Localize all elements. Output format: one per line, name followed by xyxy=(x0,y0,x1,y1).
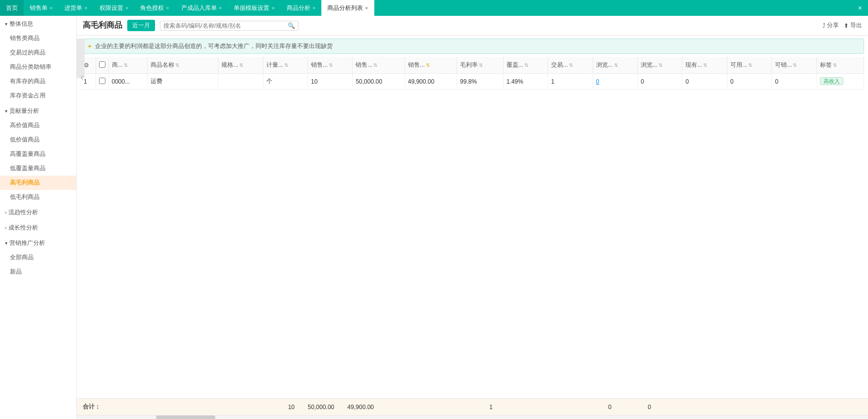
cell-sale-profit: 49,900.00 xyxy=(405,74,457,90)
arrow-icon-contribution: ▾ xyxy=(5,108,7,114)
sidebar-item-stock-capital[interactable]: 库存资金占用 xyxy=(0,89,76,103)
cell-coverage: 1.49% xyxy=(503,74,548,90)
nav-close-permissions[interactable]: × xyxy=(125,5,128,11)
nav-close-sales[interactable]: × xyxy=(50,5,52,11)
cell-code: 0000... xyxy=(108,74,148,90)
tag-badge: 高收入 xyxy=(820,77,843,85)
sidebar-item-high-value[interactable]: 高价值商品 xyxy=(0,118,76,133)
horizontal-scrollbar[interactable] xyxy=(77,415,868,419)
nav-close-warehouse[interactable]: × xyxy=(219,5,222,11)
arrow-icon-trend: › xyxy=(5,210,6,215)
tip-text: 企业的主要的利润都是这部分商品创造的，可考虑加大推广，同时关注库存量不要出现缺货 xyxy=(95,42,333,50)
sidebar-item-category-rate[interactable]: 商品分类助销率 xyxy=(0,60,76,74)
nav-item-analysis-list[interactable]: 商品分析列表 × xyxy=(321,0,374,16)
sidebar-item-high-coverage[interactable]: 高覆盖量商品 xyxy=(0,147,76,161)
col-sale-profit[interactable]: 销售...⇅ xyxy=(405,57,457,74)
col-saleable[interactable]: 可销...⇅ xyxy=(772,57,817,74)
sidebar-item-sale-goods[interactable]: 销售类商品 xyxy=(0,31,76,46)
nav-item-roles[interactable]: 角色授权 × xyxy=(134,0,175,16)
col-sale-amount[interactable]: 销售...⇅ xyxy=(353,57,405,74)
cell-gross-margin: 99.8% xyxy=(457,74,504,90)
main-layout: ▾ 整体信息 销售类商品 交易过的商品 商品分类助销率 有库存的商品 库存资金占… xyxy=(0,16,868,419)
arrow-icon: ▾ xyxy=(5,21,7,27)
footer-margin xyxy=(378,404,417,411)
cell-transaction: 1 xyxy=(548,74,593,90)
cell-sale-qty: 10 xyxy=(307,74,352,90)
table-wrapper[interactable]: ⚙ 商...⇅ 商品名称⇅ 规格...⇅ 计量...⇅ 销售...⇅ 销售...… xyxy=(77,57,868,398)
nav-close-analysis-list[interactable]: × xyxy=(365,5,368,11)
window-close-button[interactable]: × xyxy=(858,4,862,12)
col-view1[interactable]: 浏览...⇅ xyxy=(593,57,637,74)
content-header: 高毛利商品 近一月 🔍 ⤴ 分享 ⬆ 导出 xyxy=(77,16,868,36)
row-checkbox[interactable] xyxy=(99,78,105,84)
nav-item-template[interactable]: 单据模板设置 × xyxy=(228,0,280,16)
sidebar-item-in-stock[interactable]: 有库存的商品 xyxy=(0,74,76,89)
nav-close-template[interactable]: × xyxy=(271,5,274,11)
col-coverage[interactable]: 覆盖...⇅ xyxy=(503,57,548,74)
col-spec[interactable]: 规格...⇅ xyxy=(218,57,263,74)
export-button[interactable]: ⬆ 导出 xyxy=(844,21,862,30)
filter-recent-month-button[interactable]: 近一月 xyxy=(127,20,155,31)
footer-label: 合计： xyxy=(83,403,101,411)
sidebar-collapse-button[interactable]: 《 xyxy=(77,39,85,78)
cell-spec xyxy=(218,74,263,90)
tip-bar: ✦ 企业的主要的利润都是这部分商品创造的，可考虑加大推广，同时关注库存量不要出现… xyxy=(81,39,864,54)
sidebar-item-low-coverage[interactable]: 低覆盖量商品 xyxy=(0,161,76,176)
scrollbar-thumb[interactable] xyxy=(156,416,215,419)
nav-item-sales[interactable]: 销售单 × xyxy=(24,0,58,16)
footer-view2 xyxy=(536,404,576,411)
sidebar-section-overall[interactable]: ▾ 整体信息 xyxy=(0,16,76,31)
col-view2[interactable]: 浏览...⇅ xyxy=(637,57,682,74)
cell-unit: 个 xyxy=(263,74,307,90)
arrow-icon-growth: › xyxy=(5,225,6,231)
cell-view1[interactable]: 0 xyxy=(593,74,637,90)
col-code[interactable]: 商...⇅ xyxy=(108,57,148,74)
sidebar-section-growth[interactable]: › 成长性分析 xyxy=(0,220,76,235)
sidebar-item-high-margin[interactable]: 高毛利商品 xyxy=(0,176,76,190)
footer-transaction: 1 xyxy=(457,404,497,411)
footer-sale-profit: 49,900.00 xyxy=(338,404,378,411)
nav-item-home[interactable]: 首页 xyxy=(0,0,24,16)
page-title: 高毛利商品 xyxy=(83,20,122,31)
arrow-icon-marketing: ▾ xyxy=(5,240,7,246)
col-available[interactable]: 可用...⇅ xyxy=(727,57,771,74)
table-header-row: ⚙ 商...⇅ 商品名称⇅ 规格...⇅ 计量...⇅ 销售...⇅ 销售...… xyxy=(81,57,864,74)
sidebar-item-low-margin[interactable]: 低毛利商品 xyxy=(0,190,76,204)
sidebar-item-low-value[interactable]: 低价值商品 xyxy=(0,133,76,147)
col-current-stock[interactable]: 现有...⇅ xyxy=(682,57,727,74)
nav-item-analysis[interactable]: 商品分析 × xyxy=(281,0,321,16)
col-name[interactable]: 商品名称⇅ xyxy=(148,57,218,74)
search-icon[interactable]: 🔍 xyxy=(288,22,295,29)
sidebar-section-trend[interactable]: › 流趋性分析 xyxy=(0,204,76,220)
col-gross-margin[interactable]: 毛利率⇅ xyxy=(457,57,504,74)
col-unit[interactable]: 计量...⇅ xyxy=(263,57,307,74)
sidebar-item-traded-goods[interactable]: 交易过的商品 xyxy=(0,46,76,60)
sidebar-item-new-goods[interactable]: 新品 xyxy=(0,265,76,279)
sidebar-section-contribution[interactable]: ▾ 贡献量分析 xyxy=(0,103,76,118)
tip-icon: ✦ xyxy=(87,43,92,50)
col-transaction[interactable]: 交易...⇅ xyxy=(548,57,593,74)
col-tag[interactable]: 标签⇅ xyxy=(817,57,864,74)
footer-available: 0 xyxy=(615,404,655,411)
table-row: 1 0000... 运费 个 10 50,000.00 49,900.00 99… xyxy=(81,74,864,90)
footer-saleable xyxy=(655,404,695,411)
share-button[interactable]: ⤴ 分享 xyxy=(822,21,839,30)
data-table: ⚙ 商...⇅ 商品名称⇅ 规格...⇅ 计量...⇅ 销售...⇅ 销售...… xyxy=(81,57,864,90)
top-navigation: 首页 销售单 × 进货单 × 权限设置 × 角色授权 × 产成品入库单 × 单据… xyxy=(0,0,868,16)
cell-view2: 0 xyxy=(637,74,682,90)
nav-close-analysis[interactable]: × xyxy=(312,5,315,11)
sidebar: ▾ 整体信息 销售类商品 交易过的商品 商品分类助销率 有库存的商品 库存资金占… xyxy=(0,16,77,419)
cell-checkbox xyxy=(96,74,108,90)
nav-item-purchase[interactable]: 进货单 × xyxy=(58,0,93,16)
footer-current-stock: 0 xyxy=(576,404,615,411)
select-all-checkbox[interactable] xyxy=(99,61,105,68)
nav-item-permissions[interactable]: 权限设置 × xyxy=(94,0,134,16)
nav-close-purchase[interactable]: × xyxy=(84,5,87,11)
sidebar-item-all-goods[interactable]: 全部商品 xyxy=(0,250,76,265)
search-input[interactable] xyxy=(163,22,286,29)
nav-close-roles[interactable]: × xyxy=(166,5,169,11)
cell-available: 0 xyxy=(727,74,771,90)
col-sale-qty[interactable]: 销售...⇅ xyxy=(307,57,352,74)
sidebar-section-marketing[interactable]: ▾ 营销推广分析 xyxy=(0,235,76,250)
nav-item-warehouse[interactable]: 产成品入库单 × xyxy=(175,0,228,16)
